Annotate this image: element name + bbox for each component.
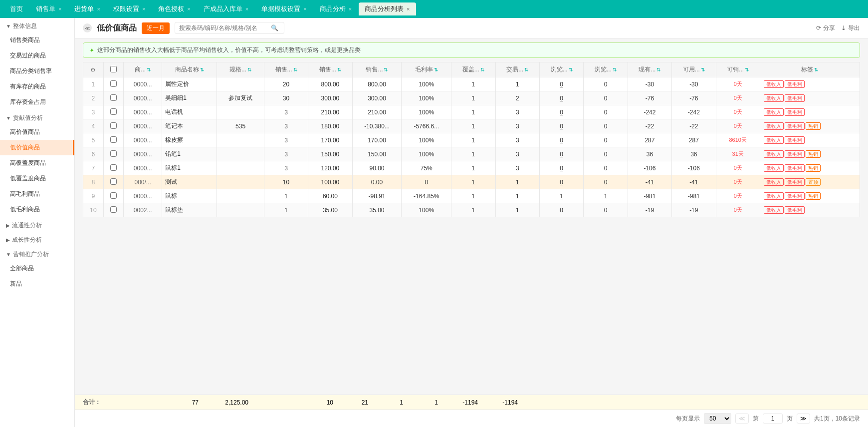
sort-icon-browse2[interactable]: ⇅ xyxy=(613,67,617,72)
sidebar-item-商品分类销售率[interactable]: 商品分类销售率 xyxy=(0,63,74,79)
browse1-link[interactable]: 0 xyxy=(560,151,563,158)
browse1-link[interactable]: 0 xyxy=(560,137,563,144)
sidebar-group-贡献值分析[interactable]: ▼贡献值分析 xyxy=(0,110,74,124)
row-browse1[interactable]: 0 xyxy=(539,133,583,147)
nav-close-icon[interactable]: × xyxy=(407,6,410,12)
row-checkbox[interactable] xyxy=(110,80,117,87)
sort-icon-sales_qty[interactable]: ⇅ xyxy=(293,67,297,72)
search-icon[interactable]: 🔍 xyxy=(271,24,278,31)
nav-item-销售单[interactable]: 销售单× xyxy=(30,2,67,15)
row-browse1[interactable]: 0 xyxy=(539,105,583,119)
nav-item-单据模板设置[interactable]: 单据模板设置× xyxy=(255,2,312,15)
row-browse1[interactable]: 0 xyxy=(539,119,583,133)
sidebar-group-流通性分析[interactable]: ▶流通性分析 xyxy=(0,217,74,232)
browse1-link[interactable]: 0 xyxy=(560,123,563,130)
col-header-sales_price[interactable]: 销售...⇅ xyxy=(308,62,352,77)
nav-item-权限设置[interactable]: 权限设置× xyxy=(107,2,151,15)
sort-icon-trade[interactable]: ⇅ xyxy=(524,67,528,72)
nav-close-icon[interactable]: × xyxy=(245,6,248,12)
nav-close-icon[interactable]: × xyxy=(142,6,145,12)
nav-close-icon[interactable]: × xyxy=(97,6,100,12)
next-page-btn[interactable]: ≫ xyxy=(797,414,810,424)
nav-item-产成品入库单[interactable]: 产成品入库单× xyxy=(198,2,254,15)
sidebar-group-营销推广分析[interactable]: ▼营销推广分析 xyxy=(0,246,74,261)
row-checkbox[interactable] xyxy=(110,150,117,157)
sort-icon-sellable[interactable]: ⇅ xyxy=(745,67,749,72)
row-browse1[interactable]: 0 xyxy=(539,161,583,175)
sort-icon-current_stock[interactable]: ⇅ xyxy=(656,67,660,72)
nav-close-icon[interactable]: × xyxy=(187,6,190,12)
sidebar-item-高价值商品[interactable]: 高价值商品 xyxy=(0,124,74,140)
nav-item-进货单[interactable]: 进货单× xyxy=(68,2,106,15)
page-size-select[interactable]: 50 100 200 xyxy=(704,413,731,424)
col-header-browse1[interactable]: 浏览...⇅ xyxy=(539,62,583,77)
sidebar-item-低覆盖度商品[interactable]: 低覆盖度商品 xyxy=(0,171,74,186)
sidebar-item-交易过的商品[interactable]: 交易过的商品 xyxy=(0,48,74,63)
sort-icon-sales_amount[interactable]: ⇅ xyxy=(384,67,388,72)
share-btn[interactable]: ⟳ 分享 xyxy=(816,24,835,32)
sidebar-item-低毛利商品[interactable]: 低毛利商品 xyxy=(0,202,74,217)
browse1-link[interactable]: 0 xyxy=(560,95,563,102)
browse1-link[interactable]: 1 xyxy=(560,193,563,200)
sidebar-item-高毛利商品[interactable]: 高毛利商品 xyxy=(0,186,74,202)
browse1-link[interactable]: 0 xyxy=(560,81,563,88)
col-header-available[interactable]: 可用...⇅ xyxy=(672,62,716,77)
search-input[interactable] xyxy=(179,24,269,31)
col-header-sales_qty[interactable]: 销售...⇅ xyxy=(264,62,308,77)
row-checkbox[interactable] xyxy=(110,94,117,101)
row-browse1[interactable]: 0 xyxy=(539,203,583,217)
col-header-spec[interactable]: 规格...⇅ xyxy=(217,62,264,77)
nav-close-icon[interactable]: × xyxy=(349,6,352,12)
col-header-code[interactable]: 商...⇅ xyxy=(124,62,162,77)
sidebar-item-高覆盖度商品[interactable]: 高覆盖度商品 xyxy=(0,155,74,171)
sidebar-item-新品[interactable]: 新品 xyxy=(0,276,74,292)
row-browse1[interactable]: 0 xyxy=(539,147,583,161)
sort-icon-code[interactable]: ⇅ xyxy=(147,67,151,72)
row-browse1[interactable]: 0 xyxy=(539,91,583,105)
col-header-tags[interactable]: 标签⇅ xyxy=(760,62,860,77)
browse1-link[interactable]: 0 xyxy=(560,109,563,116)
nav-item-商品分析列表[interactable]: 商品分析列表× xyxy=(359,2,416,15)
sort-icon-name[interactable]: ⇅ xyxy=(200,67,204,72)
sort-icon-sales_price[interactable]: ⇅ xyxy=(337,67,341,72)
sort-icon-available[interactable]: ⇅ xyxy=(701,67,705,72)
sidebar-item-有库存的商品[interactable]: 有库存的商品 xyxy=(0,79,74,94)
nav-close-icon[interactable]: × xyxy=(58,6,61,12)
row-checkbox[interactable] xyxy=(110,192,117,199)
col-header-trade[interactable]: 交易...⇅ xyxy=(495,62,539,77)
sidebar-item-库存资金占用[interactable]: 库存资金占用 xyxy=(0,94,74,110)
settings-icon[interactable]: ⚙ xyxy=(90,66,96,73)
sort-icon-spec[interactable]: ⇅ xyxy=(247,67,251,72)
browse1-link[interactable]: 0 xyxy=(560,179,563,186)
row-browse1[interactable]: 0 xyxy=(539,175,583,189)
row-checkbox[interactable] xyxy=(110,122,117,129)
col-header-current_stock[interactable]: 现有...⇅ xyxy=(628,62,671,77)
row-checkbox[interactable] xyxy=(110,206,117,213)
nav-close-icon[interactable]: × xyxy=(303,6,306,12)
row-checkbox[interactable] xyxy=(110,178,117,185)
sort-icon-margin_rate[interactable]: ⇅ xyxy=(434,67,438,72)
select-all-checkbox[interactable] xyxy=(110,66,117,72)
first-page-btn[interactable]: ≪ xyxy=(735,414,749,424)
sidebar-group-成长性分析[interactable]: ▶成长性分析 xyxy=(0,232,74,246)
sort-icon-coverage[interactable]: ⇅ xyxy=(480,67,484,72)
row-checkbox[interactable] xyxy=(110,136,117,143)
row-checkbox[interactable] xyxy=(110,108,117,115)
row-browse1[interactable]: 1 xyxy=(539,189,583,203)
sort-icon-browse1[interactable]: ⇅ xyxy=(569,67,573,72)
sidebar-group-整体信息[interactable]: ▼整体信息 xyxy=(0,18,74,32)
page-input[interactable] xyxy=(763,414,783,424)
col-header-name[interactable]: 商品名称⇅ xyxy=(162,62,217,77)
browse1-link[interactable]: 0 xyxy=(560,165,563,172)
browse1-link[interactable]: 0 xyxy=(560,207,563,214)
col-header-coverage[interactable]: 覆盖...⇅ xyxy=(451,62,495,77)
row-browse1[interactable]: 0 xyxy=(539,77,583,91)
col-header-sales_amount[interactable]: 销售...⇅ xyxy=(352,62,402,77)
nav-item-商品分析[interactable]: 商品分析× xyxy=(314,2,358,15)
sort-icon-tags[interactable]: ⇅ xyxy=(814,67,818,72)
col-header-sellable[interactable]: 可销...⇅ xyxy=(716,62,760,77)
export-btn[interactable]: ⤓ 导出 xyxy=(841,24,860,32)
sidebar-item-低价值商品[interactable]: 低价值商品 xyxy=(0,140,74,155)
row-checkbox[interactable] xyxy=(110,164,117,171)
collapse-btn[interactable]: ≪ xyxy=(83,23,92,32)
